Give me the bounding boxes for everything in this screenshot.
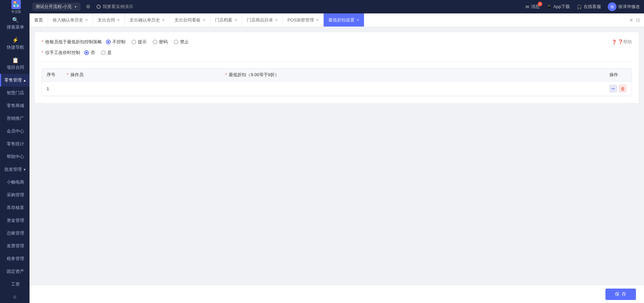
manual-price-required-mark: * [42, 50, 43, 55]
col-operator-header: * 操作员 [62, 68, 221, 82]
sidebar-item-finance[interactable]: 资金管理 [0, 214, 30, 227]
radio-hint-circle [131, 40, 136, 44]
tab-actions: ✕ ⊡ [629, 17, 644, 23]
member-label: 会员中心 [7, 128, 24, 134]
wholesale-arrow-icon: ▼ [23, 168, 26, 171]
radio-forbid-circle [174, 40, 178, 44]
tab-expense-contract-label: 支出合同 [98, 17, 115, 23]
help-button[interactable]: ❓ ❓帮助 [611, 39, 632, 45]
settings-button[interactable]: ⚙ [83, 2, 93, 11]
demo-link[interactable]: 我要看实例演示 [97, 4, 133, 10]
sidebar-item-ledger[interactable]: 总账管理 [0, 227, 30, 240]
tab-income-history[interactable]: 收入确认单历史 ✕ [48, 13, 93, 27]
sidebar-item-contract[interactable]: 📋 项目合同 [0, 54, 30, 74]
delete-row-button[interactable]: 🗑 [619, 85, 626, 92]
sidebar-item-salary[interactable]: 工资 [0, 278, 30, 291]
tab-min-discount-label: 最低折扣设置 [328, 17, 355, 23]
manual-price-radio-group: 否 是 [84, 50, 112, 56]
tab-min-discount[interactable]: 最低折扣设置 ✕ [324, 13, 364, 27]
table-header-row: 序号 * 操作员 * 最低折扣（9.00等于9折） [42, 68, 632, 82]
help-icon: ❓ [611, 40, 617, 45]
support-icon: 🎧 [577, 4, 582, 9]
sidebar-item-retail-stats[interactable]: 零售统计 [0, 138, 30, 150]
col-seq-header: 序号 [42, 68, 62, 82]
sidebar-item-smart-store[interactable]: 智慧门店 [0, 87, 30, 99]
project-selector[interactable]: 测试分开流程-小兄 ▼ [32, 3, 80, 11]
radio-manual-yes-circle [101, 50, 106, 55]
radio-hint[interactable]: 提示 [131, 39, 147, 45]
sidebar-item-mini-ecommerce[interactable]: 小畅电商 [0, 176, 30, 189]
sidebar-item-purchase[interactable]: 采购管理 [0, 189, 30, 201]
retail-arrow-icon: ▲ [23, 79, 26, 82]
tab-pos-encryption-close[interactable]: ✕ [316, 18, 319, 22]
message-badge: 8 [538, 2, 542, 6]
sidebar-item-wholesale[interactable]: 批发管理 ▼ [0, 163, 30, 176]
tab-min-discount-close[interactable]: ✕ [357, 18, 359, 22]
radio-manual-yes[interactable]: 是 [101, 50, 112, 56]
edit-row-button[interactable]: ✏ [609, 85, 617, 92]
gear-icon: ⚙ [13, 295, 17, 300]
discount-control-radio-group: 不控制 提示 密码 禁 [106, 39, 189, 45]
sidebar-item-contract-label: 项目合同 [7, 64, 24, 70]
radio-password[interactable]: 密码 [153, 39, 168, 45]
tab-home-label: 首页 [34, 17, 43, 23]
sidebar-item-ecommerce[interactable]: 零售商城 [0, 99, 30, 112]
tab-store-profile[interactable]: 门店档案 ✕ [210, 13, 242, 27]
sidebar-item-inventory[interactable]: 库存核算 [0, 201, 30, 214]
finance-label: 资金管理 [7, 217, 24, 223]
sidebar-item-tax[interactable]: 税务管理 [0, 252, 30, 265]
table-wrapper: 序号 * 操作员 * 最低折扣（9.00等于9折） [42, 68, 632, 96]
sidebar-item-retail[interactable]: 零售管理 ▲ [0, 74, 30, 87]
tab-expense-contract-close[interactable]: ✕ [117, 18, 120, 22]
save-button[interactable]: 保 存 [605, 289, 636, 300]
quicknav-icon: ⚡ [12, 37, 19, 43]
tab-home[interactable]: 首页 [30, 13, 48, 27]
sidebar-item-member[interactable]: 会员中心 [0, 125, 30, 138]
sidebar-gear-button[interactable]: ⚙ [0, 291, 30, 303]
tax-label: 税务管理 [7, 256, 24, 262]
action-buttons: ✏ 🗑 [609, 85, 627, 92]
avatar: 徐 [608, 2, 616, 11]
sidebar-item-quicknav[interactable]: ⚡ 快捷导航 [0, 34, 30, 54]
sidebar-item-help[interactable]: 帮助中心 [0, 150, 30, 163]
tab-close-all-button[interactable]: ✕ [629, 17, 633, 23]
tab-store-profile-close[interactable]: ✕ [234, 18, 237, 22]
radio-forbid[interactable]: 禁止 [174, 39, 189, 45]
cell-discount [221, 82, 605, 96]
tab-store-products-close[interactable]: ✕ [275, 18, 278, 22]
tab-expense-board[interactable]: 支出合同看板 ✕ [170, 13, 210, 27]
online-support-button[interactable]: 🎧 在线客服 [577, 4, 601, 10]
cell-seq: 1 [42, 82, 62, 96]
smart-store-label: 智慧门店 [7, 90, 24, 96]
app-download-button[interactable]: 📱 App下载 [546, 4, 570, 10]
marketing-label: 营销推广 [7, 115, 24, 121]
tab-income-history-close[interactable]: ✕ [85, 18, 88, 22]
tab-expense-history[interactable]: 支出确认单历史 ✕ [125, 13, 170, 27]
tab-store-products[interactable]: 门店商品目录 ✕ [242, 13, 283, 27]
page-footer: 保 存 [30, 285, 644, 303]
radio-manual-no[interactable]: 否 [84, 50, 95, 56]
invoice-label: 发票管理 [7, 243, 24, 249]
tab-pos-encryption[interactable]: POS加密管理 ✕ [283, 13, 324, 27]
radio-forbid-label: 禁止 [180, 39, 189, 45]
col-discount-header: * 最低折扣（9.00等于9折） [221, 68, 605, 82]
cell-operator [62, 82, 221, 96]
table-row: 1 ✏ 🗑 [42, 82, 632, 96]
sidebar-item-invoice[interactable]: 发票管理 [0, 240, 30, 252]
tab-expense-contract[interactable]: 支出合同 ✕ [93, 13, 125, 27]
radio-manual-no-label: 否 [91, 50, 95, 56]
sidebar-item-assets[interactable]: 固定资产 [0, 265, 30, 278]
top-bar: 🏪 专业版 测试分开流程-小兄 ▼ ⚙ 我要看实例演示 ✉ 8 消息 📱 App… [0, 0, 644, 13]
sidebar-item-marketing[interactable]: 营销推广 [0, 112, 30, 125]
message-button[interactable]: ✉ 8 消息 [526, 4, 540, 10]
assets-label: 固定资产 [7, 268, 24, 274]
user-menu-button[interactable]: 徐 徐泽华修改 [608, 2, 640, 11]
tab-expense-board-close[interactable]: ✕ [203, 18, 205, 22]
radio-hint-label: 提示 [138, 39, 147, 45]
tab-expand-button[interactable]: ⊡ [636, 17, 640, 23]
tab-expense-history-close[interactable]: ✕ [162, 18, 165, 22]
help-label: 帮助中心 [7, 154, 24, 160]
radio-no-control[interactable]: 不控制 [106, 39, 125, 45]
purchase-label: 采购管理 [7, 192, 24, 198]
sidebar-item-search[interactable]: 🔍 搜索菜单 [0, 13, 30, 34]
